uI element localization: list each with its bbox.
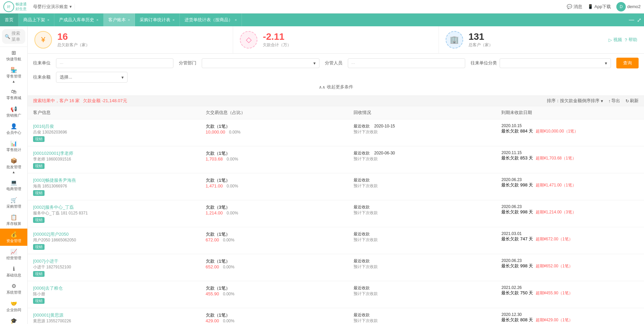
tab-customer-ledger-close[interactable]: ×: [128, 18, 130, 22]
recent-collect: 最近收款 2020-06-30: [354, 150, 491, 156]
debt-amount[interactable]: 652.00: [206, 264, 219, 269]
customer-name-link[interactable]: [0002]服务中心_丁磊: [33, 204, 195, 210]
overdue-link[interactable]: 超期¥1,703.68（1笔）: [536, 156, 576, 160]
customer-name-link[interactable]: [0007]小进干: [33, 258, 195, 264]
debt-amount[interactable]: 429.00: [206, 318, 219, 323]
debt-amount[interactable]: 1,703.68: [206, 156, 223, 161]
sidebar-item-retail-mall[interactable]: 🛍 零售商城: [0, 86, 27, 103]
collapse-label: 收起更多条件: [327, 84, 353, 90]
app-download-btn[interactable]: 📱 App下载: [588, 4, 611, 10]
logo-icon: 好: [3, 1, 14, 12]
sidebar-item-label: 零售商城: [6, 96, 21, 100]
sidebar-item-inventory[interactable]: 📋 库存核算: [0, 211, 27, 229]
overdue-link[interactable]: 超期¥1,471.00（1笔）: [536, 183, 576, 187]
sidebar-item-retail-mgmt[interactable]: 🏪 零售管理 ▲: [0, 64, 27, 86]
customer-name-link[interactable]: [0006]去了粮仓: [33, 285, 195, 291]
tab-purchase[interactable]: 采购订单统计表 ×: [135, 13, 179, 26]
debt-cell: 欠款（1笔） 1,471.00 0.00%: [200, 173, 348, 200]
tab-inbound[interactable]: 产成品入库单历史 ×: [54, 13, 103, 26]
debt-amount[interactable]: 10,000.00: [206, 129, 225, 135]
sidebar-item-wholesale[interactable]: 📦 批发管理 ▲: [0, 155, 27, 177]
return-cell: 最近收款 预计下次收款: [348, 173, 496, 200]
sidebar-item-basic-info[interactable]: ℹ 基础信息: [0, 263, 27, 280]
table-row: [000002]用户2050 用户2050 18665062050 现销 欠款（…: [28, 227, 644, 254]
debt-amount[interactable]: 672.00: [206, 237, 219, 242]
overdue-link[interactable]: 超期¥652.00（1笔）: [536, 264, 573, 268]
overdue-link[interactable]: 超期¥10,000.00（1笔）: [536, 129, 579, 134]
message-btn[interactable]: 💬 消息: [567, 4, 582, 10]
sidebar-item-retail-stats[interactable]: 📊 零售统计: [0, 138, 27, 155]
from-unit-label: 往来单位: [33, 60, 53, 66]
sidebar-item-marketing[interactable]: 📢 营销推广: [0, 103, 27, 120]
customer-name-link[interactable]: [000001]黄思源: [33, 312, 195, 318]
debt-amount[interactable]: 455.90: [206, 291, 219, 296]
debt-cell: 欠款（1笔） 652.00 0.00%: [200, 254, 348, 281]
tab-incoming[interactable]: 进货单统计表（按商品） ×: [180, 13, 242, 26]
tab-products-close[interactable]: ×: [47, 18, 49, 22]
tab-products-label: 商品上下架: [23, 17, 45, 23]
sidebar-item-member[interactable]: 👤 会员中心: [0, 120, 27, 138]
sidebar-search-box[interactable]: 🔍 搜索菜单: [2, 29, 25, 44]
customer-name-link[interactable]: [0016]吕俊: [33, 123, 195, 129]
stat-label-overdue-customers: 总欠款客户（家）: [57, 42, 90, 48]
overdue-link[interactable]: 超期¥429.00（1笔）: [536, 318, 573, 322]
chevron-down-icon2: ▲: [12, 170, 16, 174]
tab-purchase-close[interactable]: ×: [172, 18, 174, 22]
customer-name-link[interactable]: [000002]用户2050: [33, 231, 195, 237]
sidebar-item-quick-nav[interactable]: ⊞ 快捷导航: [0, 47, 27, 64]
industry-select[interactable]: 母婴行业演示账套 ▾: [30, 4, 75, 10]
sidebar: 🔍 搜索菜单 ⊞ 快捷导航 🏪 零售管理 ▲ 🛍 零售商城 📢 营销推广 👤 会…: [0, 26, 28, 324]
sidebar-item-system[interactable]: ⚙ 系统管理: [0, 280, 27, 297]
tab-customer-ledger[interactable]: 客户账本 ×: [104, 13, 135, 26]
customer-phone: 服务中心_丁磊 181 0125 8371: [33, 210, 195, 216]
from-unit-input[interactable]: ···: [56, 58, 173, 68]
sort-selector[interactable]: 排序：按欠款金额倒序排序 ▾: [547, 98, 603, 104]
video-btn[interactable]: ▷ 视频: [609, 37, 622, 43]
sidebar-item-business[interactable]: 📈 经营管理: [0, 246, 27, 263]
debt-amount[interactable]: 1,471.00: [206, 183, 223, 188]
customer-name-link[interactable]: [0003]畅捷服务尹海燕: [33, 177, 195, 183]
user-avatar-btn[interactable]: D demo2: [616, 2, 641, 11]
collapse-button[interactable]: ∧∧ 收起更多条件: [319, 84, 353, 90]
overdue-link[interactable]: 超期¥672.00（1笔）: [536, 237, 573, 241]
customer-name-link[interactable]: [0001020001]李老师: [33, 150, 195, 156]
stat-label-total-customers: 总客户（家）: [469, 42, 493, 48]
tab-maximize-icon[interactable]: ⤢: [637, 17, 641, 23]
tab-incoming-label: 进货单统计表（按商品）: [185, 17, 233, 23]
person-input[interactable]: ···: [348, 58, 465, 68]
recent-collect: 最近收款: [354, 231, 491, 237]
next-collect: 预计下次收款: [354, 237, 491, 243]
overdue-link[interactable]: 超期¥455.90（1笔）: [536, 291, 573, 295]
export-button[interactable]: ↑ 导出: [609, 98, 620, 104]
max-days-label: 最长欠款 884 天: [501, 128, 534, 134]
person-label: 分管人员: [325, 60, 345, 66]
search-button[interactable]: 查询: [616, 58, 639, 68]
overdue-cell: 2020.11.15 最长欠款 853 天 超期¥1,703.68（1笔）: [496, 146, 644, 173]
tab-inbound-label: 产成品入库单历史: [59, 17, 94, 23]
tab-incoming-close[interactable]: ×: [235, 18, 237, 22]
tab-products[interactable]: 商品上下架 ×: [19, 13, 54, 26]
dept-select[interactable]: ▾: [202, 58, 319, 68]
help-btn[interactable]: ? 帮助: [625, 37, 637, 43]
overdue-link[interactable]: 超期¥1,214.00（3笔）: [536, 210, 576, 214]
remaining-select[interactable]: 选择... ▾: [56, 72, 128, 83]
sidebar-item-label: 库存核算: [6, 222, 21, 226]
tab-home[interactable]: 首页: [0, 13, 19, 26]
customer-cell: [000001]黄思源 黄思源 13552700226 现销: [28, 308, 200, 324]
sidebar-item-enterprise[interactable]: 🤝 企业协同: [0, 298, 27, 315]
sidebar-item-ecommerce[interactable]: 💻 电商管理: [0, 177, 27, 194]
overdue-date: 2020.06.23: [501, 258, 639, 263]
refresh-button[interactable]: ↻ 刷新: [625, 98, 639, 104]
tab-purchase-label: 采购订单统计表: [140, 17, 170, 23]
debt-count: 欠款（1笔）: [206, 231, 343, 237]
debt-pct: 0.00%: [227, 211, 238, 215]
tab-inbound-close[interactable]: ×: [96, 18, 98, 22]
tab-end-actions: — ⤢: [626, 17, 644, 23]
unit-class-select[interactable]: ▾: [500, 58, 611, 68]
sidebar-item-finance[interactable]: 💰 资金管理: [0, 229, 27, 246]
sidebar-item-purchase[interactable]: 🛒 采购管理: [0, 194, 27, 211]
th-return-info: 回收情况: [348, 106, 496, 119]
tab-minimize-icon[interactable]: —: [629, 17, 634, 23]
sidebar-item-guide[interactable]: 🎓 新手引导: [0, 315, 27, 324]
debt-amount[interactable]: 1,214.00: [206, 210, 223, 215]
